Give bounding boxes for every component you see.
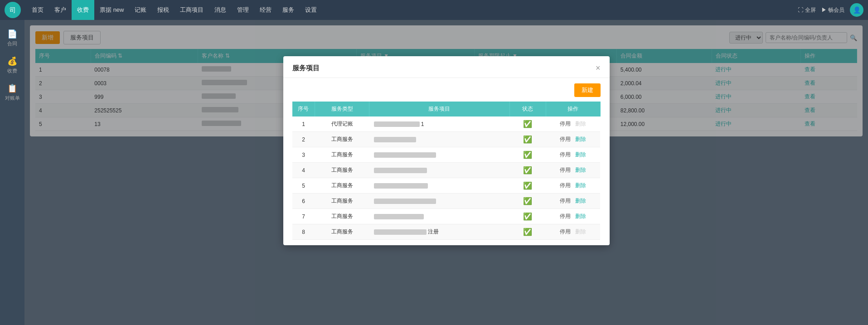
modal-close-button[interactable]: × (596, 63, 601, 73)
nav-management[interactable]: 管理 (232, 0, 254, 20)
svcell-type: 工商服务 (315, 132, 369, 147)
svg-text:司: 司 (10, 6, 16, 14)
svcell-status: ✅ (509, 163, 546, 178)
nav-accounting[interactable]: 记账 (129, 0, 152, 20)
svcell-action: 停用 删除 (546, 194, 600, 209)
sidebar-label-contract: 合同 (7, 40, 17, 47)
nav-commerce[interactable]: 工商项目 (175, 0, 209, 20)
delete-button[interactable]: 删除 (575, 136, 586, 142)
svcell-item (369, 163, 510, 178)
sidebar: 📄 合同 💰 收费 📋 对账单 (0, 20, 24, 325)
svcell-seq: 6 (292, 194, 315, 209)
svcell-status: ✅ (509, 224, 546, 240)
svcell-type: 代理记账 (315, 116, 369, 132)
sidebar-item-contract[interactable]: 📄 合同 (0, 24, 24, 52)
status-check-icon: ✅ (523, 166, 532, 174)
nav-messages[interactable]: 消息 (209, 0, 232, 20)
service-items-modal: 服务项目 × 新建 序号 服务类型 服务项目 (283, 56, 610, 245)
new-badge: new (113, 6, 124, 13)
fullscreen-btn[interactable]: ⛶ 全屏 (798, 6, 815, 14)
svcell-item (369, 132, 510, 147)
stop-button[interactable]: 停用 (560, 198, 571, 204)
svcell-seq: 1 (292, 116, 315, 132)
modal-body: 新建 序号 服务类型 服务项目 状态 操作 (283, 78, 610, 245)
modal-title: 服务项目 (292, 64, 320, 73)
stop-button[interactable]: 停用 (560, 121, 571, 127)
stop-button[interactable]: 停用 (560, 136, 571, 142)
svcell-status: ✅ (509, 116, 546, 132)
sidebar-item-statement[interactable]: 📋 对账单 (0, 79, 24, 106)
svcell-action: 停用 删除 (546, 163, 600, 178)
contract-icon: 📄 (7, 29, 17, 39)
statement-icon: 📋 (7, 83, 17, 93)
svcell-seq: 3 (292, 147, 315, 163)
svcol-action: 操作 (546, 102, 600, 116)
delete-button[interactable]: 删除 (575, 213, 586, 219)
delete-button[interactable]: 删除 (575, 198, 586, 204)
list-item: 4 工商服务 ✅ 停用 删除 (292, 163, 601, 178)
list-item: 8 工商服务 注册 ✅ 停用 删除 (292, 224, 601, 240)
delete-button[interactable]: 删除 (575, 151, 586, 158)
svcell-type: 工商服务 (315, 224, 369, 240)
svcell-item (369, 209, 510, 224)
svcell-type: 工商服务 (315, 163, 369, 178)
stop-button[interactable]: 停用 (560, 213, 571, 219)
svcell-action: 停用 删除 (546, 224, 600, 240)
list-item: 3 工商服务 ✅ 停用 删除 (292, 147, 601, 163)
modal-overlay: 服务项目 × 新建 序号 服务类型 服务项目 (24, 20, 868, 325)
status-check-icon: ✅ (523, 182, 532, 189)
nav-tax[interactable]: 报税 (152, 0, 175, 20)
svcell-item: 注册 (369, 224, 510, 240)
stop-button[interactable]: 停用 (560, 182, 571, 189)
svcell-type: 工商服务 (315, 194, 369, 209)
sidebar-item-fees[interactable]: 💰 收费 (0, 52, 24, 79)
nav-customer[interactable]: 客户 (49, 0, 72, 20)
status-check-icon: ✅ (523, 151, 532, 159)
layout: 📄 合同 💰 收费 📋 对账单 新增 服务项目 进行中 已完成 全部 (0, 20, 868, 325)
status-check-icon: ✅ (523, 120, 532, 128)
svcell-status: ✅ (509, 194, 546, 209)
stop-button[interactable]: 停用 (560, 151, 571, 158)
nav-settings[interactable]: 设置 (300, 0, 322, 20)
svcell-action: 停用 删除 (546, 116, 600, 132)
svcol-item: 服务项目 (369, 102, 510, 116)
status-check-icon: ✅ (523, 228, 532, 236)
vip-btn[interactable]: ▶ 畅会员 (821, 6, 844, 14)
stop-button[interactable]: 停用 (560, 228, 571, 235)
delete-button[interactable]: 删除 (575, 182, 586, 189)
avatar[interactable]: 👤 (850, 3, 863, 17)
list-item: 6 工商服务 ✅ 停用 删除 (292, 194, 601, 209)
svcell-action: 停用 删除 (546, 132, 600, 147)
nav-fees[interactable]: 收费 (72, 0, 94, 20)
service-table-wrap: 序号 服务类型 服务项目 状态 操作 1 代理记账 1 ✅ 停用 删除 (292, 102, 601, 240)
nav-right: ⛶ 全屏 ▶ 畅会员 👤 (798, 3, 863, 17)
logo-icon: 司 (5, 2, 21, 18)
svcell-item (369, 147, 510, 163)
delete-button[interactable]: 删除 (575, 167, 586, 173)
svcell-status: ✅ (509, 178, 546, 194)
modal-header: 服务项目 × (283, 56, 610, 78)
stop-button[interactable]: 停用 (560, 167, 571, 173)
svcell-seq: 5 (292, 178, 315, 194)
svcell-status: ✅ (509, 147, 546, 163)
svcell-action: 停用 删除 (546, 209, 600, 224)
svcell-type: 工商服务 (315, 178, 369, 194)
nav-service[interactable]: 服务 (277, 0, 300, 20)
svcol-seq: 序号 (292, 102, 315, 116)
svcell-seq: 8 (292, 224, 315, 240)
svcell-seq: 4 (292, 163, 315, 178)
svcell-seq: 7 (292, 209, 315, 224)
service-table: 序号 服务类型 服务项目 状态 操作 1 代理记账 1 ✅ 停用 删除 (292, 102, 601, 240)
svcell-action: 停用 删除 (546, 178, 600, 194)
new-service-button[interactable]: 新建 (574, 83, 601, 97)
svcell-item (369, 178, 510, 194)
nav-tickets[interactable]: 票据 new (94, 0, 129, 20)
svcell-seq: 2 (292, 132, 315, 147)
svcell-type: 工商服务 (315, 209, 369, 224)
nav-home[interactable]: 首页 (26, 0, 49, 20)
main-content: 新增 服务项目 进行中 已完成 全部 🔍 序号 合同编码 ⇅ (24, 20, 868, 325)
modal-toolbar: 新建 (292, 83, 601, 97)
nav-operation[interactable]: 经营 (254, 0, 277, 20)
svcell-status: ✅ (509, 209, 546, 224)
status-check-icon: ✅ (523, 213, 532, 220)
